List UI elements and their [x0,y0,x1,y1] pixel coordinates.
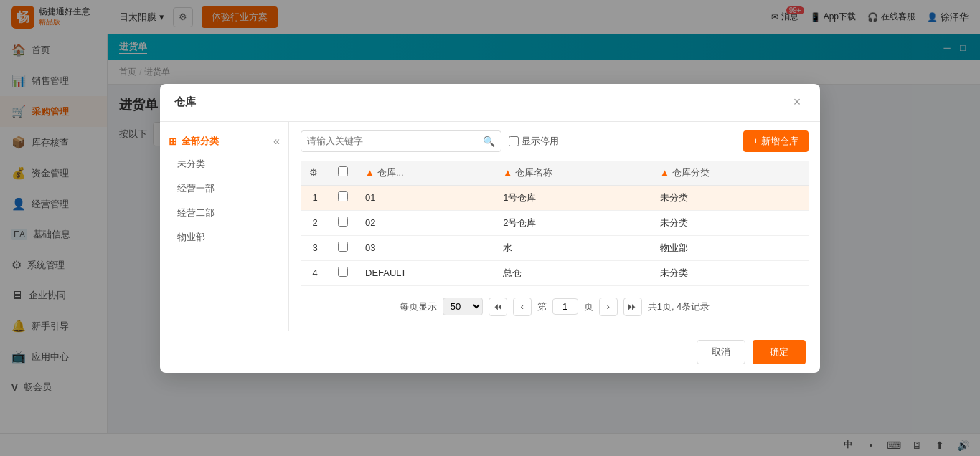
row-checkbox[interactable] [338,242,348,252]
row-index: 1 [301,185,329,210]
grid-icon: ⊞ [169,136,177,147]
warehouse-modal: 仓库 × ⊞ 全部分类 « 未分类 经营一部 经营二部 物业部 [160,84,820,373]
row-index: 3 [301,235,329,260]
search-icon[interactable]: 🔍 [477,136,501,147]
row-name: 2号仓库 [494,210,651,235]
page-label: 第 [537,300,547,313]
category-item-ops1[interactable]: 经营一部 [160,176,288,201]
modal-footer: 取消 确定 [160,331,820,373]
per-page-label: 每页显示 [400,300,437,313]
modal-toolbar: 🔍 显示停用 + 新增仓库 [301,130,809,152]
category-item-unclassified[interactable]: 未分类 [160,152,288,176]
modal-body: ⊞ 全部分类 « 未分类 经营一部 经营二部 物业部 🔍 [160,122,820,331]
th-name: ▲仓库名称 [494,161,651,186]
table-row[interactable]: 1 01 1号仓库 未分类 [301,185,809,210]
row-index: 2 [301,210,329,235]
total-pages-label: 共1页, 4条记录 [648,300,710,313]
per-page-select[interactable]: 10 20 50 100 [443,298,483,315]
table-header-row: ⚙ ▲仓库... ▲仓库名称 ▲仓库分类 [301,161,809,186]
row-code: 01 [357,185,494,210]
table-row[interactable]: 3 03 水 物业部 [301,235,809,260]
sort-icon-category: ▲ [660,167,669,178]
search-input[interactable] [301,136,477,146]
row-code: 03 [357,235,494,260]
modal-category-sidebar: ⊞ 全部分类 « 未分类 经营一部 经营二部 物业部 [160,122,289,331]
show-disabled-label[interactable]: 显示停用 [509,135,559,148]
row-checkbox-cell [329,235,357,260]
sort-icon-code: ▲ [365,167,374,178]
show-disabled-checkbox[interactable] [509,136,519,146]
row-checkbox-cell [329,210,357,235]
prev-page-button[interactable]: ‹ [513,298,532,316]
category-item-property[interactable]: 物业部 [160,225,288,250]
modal-close-button[interactable]: × [788,94,806,111]
row-checkbox-cell [329,260,357,285]
warehouse-table: ⚙ ▲仓库... ▲仓库名称 ▲仓库分类 [301,161,809,286]
search-box: 🔍 [301,130,501,152]
table-head: ⚙ ▲仓库... ▲仓库名称 ▲仓库分类 [301,161,809,186]
category-item-ops2[interactable]: 经营二部 [160,201,288,225]
first-page-button[interactable]: ⏮ [489,298,507,316]
row-checkbox-cell [329,185,357,210]
th-category: ▲仓库分类 [651,161,809,186]
page-number-input[interactable] [552,298,578,315]
row-checkbox[interactable] [338,267,348,277]
page-unit: 页 [584,300,593,313]
row-category: 未分类 [651,185,809,210]
add-warehouse-button[interactable]: + 新增仓库 [743,130,809,152]
select-all-checkbox[interactable] [338,166,348,176]
modal-header: 仓库 × [160,84,820,122]
row-code: DEFAULT [357,260,494,285]
confirm-button[interactable]: 确定 [753,340,806,364]
row-category: 物业部 [651,235,809,260]
sort-icon-name: ▲ [503,167,512,178]
th-checkbox [329,161,357,186]
last-page-button[interactable]: ⏭ [623,298,642,316]
row-code: 02 [357,210,494,235]
th-code: ▲仓库... [357,161,494,186]
modal-main: 🔍 显示停用 + 新增仓库 ⚙ [289,122,820,331]
next-page-button[interactable]: › [599,298,618,316]
cancel-button[interactable]: 取消 [697,340,745,364]
row-checkbox[interactable] [338,217,348,227]
row-name: 1号仓库 [494,185,651,210]
table-container: ⚙ ▲仓库... ▲仓库名称 ▲仓库分类 [301,161,809,286]
row-index: 4 [301,260,329,285]
show-disabled-text: 显示停用 [522,135,559,148]
table-row[interactable]: 4 DEFAULT 总仓 未分类 [301,260,809,285]
row-category: 未分类 [651,260,809,285]
row-category: 未分类 [651,210,809,235]
modal-title: 仓库 [174,95,196,109]
all-category-label: 全部分类 [182,135,219,148]
collapse-button[interactable]: « [273,135,280,148]
row-checkbox[interactable] [338,191,348,201]
modal-overlay: 仓库 × ⊞ 全部分类 « 未分类 经营一部 经营二部 物业部 [0,0,980,456]
row-name: 水 [494,235,651,260]
table-body: 1 01 1号仓库 未分类 2 02 2号仓库 [301,185,809,285]
th-settings[interactable]: ⚙ [301,161,329,186]
all-category-item[interactable]: ⊞ 全部分类 [169,135,219,148]
table-row[interactable]: 2 02 2号仓库 未分类 [301,210,809,235]
modal-sidebar-header: ⊞ 全部分类 « [160,130,288,152]
row-name: 总仓 [494,260,651,285]
pagination: 每页显示 10 20 50 100 ⏮ ‹ 第 页 › ⏭ 共1页, 4条记录 [301,292,809,322]
